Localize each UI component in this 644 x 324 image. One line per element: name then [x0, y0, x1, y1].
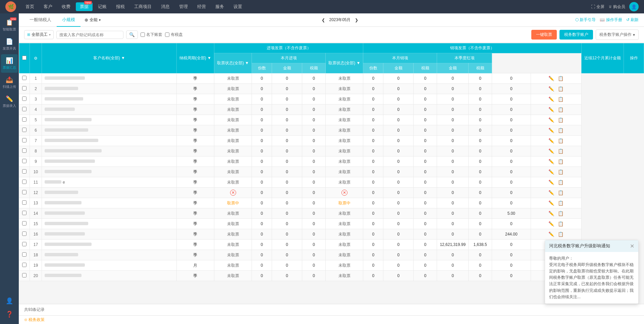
edit-btn[interactable]: ✏️: [547, 137, 555, 144]
row-checkbox[interactable]: [22, 190, 26, 194]
nav-manage[interactable]: 管理: [175, 2, 192, 11]
notification-close-btn[interactable]: ✕: [630, 243, 634, 249]
row-checkbox-cell[interactable]: [19, 115, 30, 125]
under-account-checkbox[interactable]: [141, 33, 145, 37]
copy-btn[interactable]: 📋: [556, 117, 565, 123]
row-checkbox-cell[interactable]: [19, 240, 30, 250]
row-checkbox-cell[interactable]: [19, 188, 30, 198]
sidebar-item-ticket-entry[interactable]: ✏️ 票据录入: [1, 92, 18, 111]
row-checkbox[interactable]: [22, 232, 26, 236]
edit-btn[interactable]: ✏️: [547, 96, 555, 103]
row-checkbox[interactable]: [22, 211, 26, 215]
row-checkbox-cell[interactable]: [19, 156, 30, 167]
row-checkbox-cell[interactable]: [19, 94, 30, 105]
th-in-fetch-status[interactable]: 取票状态(全部) ▼: [214, 53, 252, 73]
nav-messages[interactable]: 消息: [157, 2, 174, 11]
quick-ticket-btn[interactable]: 一键取票: [531, 30, 557, 40]
copy-btn[interactable]: 📋: [556, 179, 565, 186]
nav-settings[interactable]: 设置: [229, 2, 246, 11]
search-input[interactable]: [56, 31, 123, 39]
edit-btn[interactable]: ✏️: [547, 148, 555, 154]
period-prev-btn[interactable]: ❮: [322, 18, 325, 22]
edit-btn[interactable]: ✏️: [547, 200, 555, 206]
row-checkbox-cell[interactable]: [19, 167, 30, 177]
row-checkbox[interactable]: [22, 128, 26, 132]
sidebar-item-user[interactable]: 👤: [1, 295, 18, 307]
row-checkbox[interactable]: [22, 221, 26, 225]
sidebar-item-scan-upload[interactable]: 📤 扫描上传: [1, 73, 18, 92]
row-checkbox-cell[interactable]: [19, 271, 30, 281]
copy-btn[interactable]: 📋: [556, 75, 565, 82]
new-guide-btn[interactable]: ⬡ 新手引导: [575, 17, 596, 23]
copy-btn[interactable]: 📋: [556, 85, 565, 92]
copy-btn[interactable]: 📋: [556, 189, 565, 196]
row-checkbox-cell[interactable]: [19, 219, 30, 229]
copy-btn[interactable]: 📋: [556, 220, 565, 227]
sidebar-item-ticket-summary[interactable]: 📊 票据汇总: [1, 54, 18, 73]
copy-btn[interactable]: 📋: [556, 96, 565, 103]
row-checkbox-cell[interactable]: [19, 250, 30, 260]
row-checkbox[interactable]: [22, 96, 26, 101]
tax-policy-bar[interactable]: ⊙ 税务政策: [19, 315, 644, 324]
row-checkbox-cell[interactable]: [19, 105, 30, 115]
edit-btn[interactable]: ✏️: [547, 169, 555, 175]
copy-btn[interactable]: 📋: [556, 231, 565, 238]
th-customer-name[interactable]: 客户名称(全部) ▼: [42, 43, 177, 73]
row-checkbox[interactable]: [22, 242, 26, 246]
row-checkbox-cell[interactable]: [19, 177, 30, 188]
row-checkbox[interactable]: [22, 138, 26, 142]
row-checkbox-cell[interactable]: [19, 146, 30, 156]
row-checkbox[interactable]: [22, 159, 26, 163]
staff-select[interactable]: ⊞ 全部员工 ▾: [24, 30, 54, 39]
nav-service[interactable]: 服务: [211, 2, 228, 11]
filter-under-account[interactable]: 名下账套: [141, 32, 162, 38]
nav-home[interactable]: 首页: [21, 2, 38, 11]
copy-btn[interactable]: 📋: [556, 106, 565, 113]
th-out-fetch-status[interactable]: 取票状态(全部) ▼: [326, 53, 363, 73]
row-checkbox[interactable]: [22, 263, 26, 267]
copy-btn[interactable]: 📋: [556, 137, 565, 144]
row-checkbox-cell[interactable]: [19, 198, 30, 208]
edit-btn[interactable]: ✏️: [547, 231, 555, 238]
fullscreen-btn[interactable]: ⛶ 全屏: [591, 4, 604, 10]
edit-btn[interactable]: ✏️: [547, 158, 555, 165]
row-checkbox[interactable]: [22, 148, 26, 153]
manual-btn[interactable]: 📖 操作手册: [600, 17, 622, 23]
th-tax-period[interactable]: 纳税周期(全部) ▼: [176, 43, 214, 73]
edit-btn[interactable]: ✏️: [547, 220, 555, 227]
row-checkbox-cell[interactable]: [19, 84, 30, 94]
nav-operations[interactable]: 经营: [193, 2, 210, 11]
tab-all-capable[interactable]: ⊕ 全能 ▾: [80, 17, 105, 23]
row-checkbox-cell[interactable]: [19, 73, 30, 84]
tax-account-btn[interactable]: 税务数字账户: [559, 30, 593, 40]
select-all-checkbox[interactable]: [22, 56, 26, 60]
edit-btn[interactable]: ✏️: [547, 210, 555, 217]
row-checkbox[interactable]: [22, 252, 26, 257]
member-btn[interactable]: ♕ 购会员: [608, 4, 625, 10]
user-avatar[interactable]: 👤: [629, 2, 639, 11]
row-checkbox-cell[interactable]: [19, 260, 30, 271]
nav-business[interactable]: 工商项目: [130, 2, 156, 11]
row-checkbox[interactable]: [22, 86, 26, 90]
nav-clients[interactable]: 客户: [40, 2, 56, 11]
row-checkbox[interactable]: [22, 76, 26, 80]
nav-accounting[interactable]: 记账: [94, 2, 111, 11]
tax-ops-btn[interactable]: 税务数字账户操作 ▾: [596, 29, 639, 40]
tax-disk-checkbox[interactable]: [165, 33, 169, 37]
edit-btn[interactable]: ✏️: [547, 179, 555, 186]
copy-btn[interactable]: 📋: [556, 158, 565, 165]
edit-btn[interactable]: ✏️: [547, 85, 555, 92]
refresh-btn[interactable]: ↺ 刷新: [626, 17, 639, 23]
tab-general-taxpayer[interactable]: 一般纳税人: [24, 13, 57, 27]
row-checkbox-cell[interactable]: [19, 208, 30, 219]
filter-has-tax-disk[interactable]: 有税盘: [165, 32, 183, 38]
th-select-all[interactable]: [19, 43, 30, 73]
copy-btn[interactable]: 📋: [556, 148, 565, 154]
row-checkbox[interactable]: [22, 273, 26, 277]
th-settings[interactable]: ⚙: [30, 43, 42, 73]
edit-btn[interactable]: ✏️: [547, 117, 555, 123]
sidebar-item-invoice-open[interactable]: 📄 发票开具: [1, 35, 18, 54]
tab-small-scale[interactable]: 小规模: [57, 13, 80, 27]
copy-btn[interactable]: 📋: [556, 200, 565, 206]
nav-fees[interactable]: 收费: [58, 2, 74, 11]
